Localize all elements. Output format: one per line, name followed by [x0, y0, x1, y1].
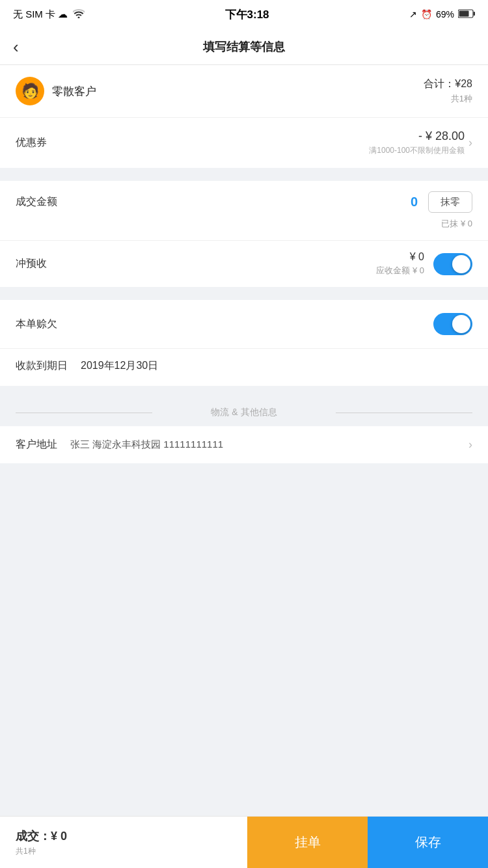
- alarm-icon: ⏰: [421, 9, 432, 20]
- debt-row: 本单赊欠: [0, 300, 488, 348]
- transaction-section: 成交金额 0 抹零 已抹 ¥ 0 冲预收 ¥ 0 应收金额 ¥ 0: [0, 181, 488, 287]
- address-section: 客户地址 张三 海淀永丰科技园 11111111111 ›: [0, 426, 488, 463]
- battery-icon: [458, 9, 475, 20]
- address-chevron-icon: ›: [468, 438, 472, 452]
- customer-name: 零散客户: [52, 84, 96, 99]
- address-label: 客户地址: [16, 438, 57, 452]
- round-zero-button[interactable]: 抹零: [428, 191, 472, 213]
- avatar-icon: 🧑: [21, 83, 39, 100]
- page-title: 填写结算等信息: [203, 39, 285, 55]
- coupon-discount: - ¥ 28.00: [369, 129, 465, 143]
- logistics-label: 物流 & 其他信息: [211, 407, 277, 417]
- back-button[interactable]: ‹: [13, 38, 19, 55]
- transaction-row: 成交金额 0 抹零: [0, 181, 488, 218]
- offset-main-amount: ¥ 0: [376, 251, 424, 263]
- coupon-row[interactable]: 优惠券 - ¥ 28.00 满1000-100不限制使用金额 ›: [0, 117, 488, 168]
- offset-label: 冲预收: [16, 257, 47, 271]
- status-right: ↗ ⏰ 69%: [409, 9, 475, 20]
- customer-right: 合计：¥28 共1种: [424, 77, 472, 105]
- customer-avatar: 🧑: [16, 77, 44, 105]
- date-value: 2019年12月30日: [81, 359, 158, 373]
- bottom-footer: 成交：¥ 0 共1种 挂单 保存: [0, 816, 488, 868]
- footer-info: 成交：¥ 0 共1种: [0, 828, 247, 857]
- date-label: 收款到期日: [16, 359, 68, 373]
- coupon-label: 优惠券: [16, 136, 47, 150]
- customer-section: 🧑 零散客户 合计：¥28 共1种 优惠券 - ¥ 28.00 满1000-10…: [0, 65, 488, 168]
- pending-button[interactable]: 挂单: [247, 817, 368, 869]
- debt-toggle[interactable]: [433, 313, 472, 335]
- date-row[interactable]: 收款到期日 2019年12月30日: [0, 348, 488, 386]
- footer-deal: 成交：¥ 0: [16, 828, 232, 844]
- total-count: 共1种: [424, 93, 472, 105]
- save-button[interactable]: 保存: [368, 817, 488, 869]
- wifi-icon: [73, 9, 85, 20]
- footer-deal-label: 成交：: [16, 830, 51, 843]
- offset-row: 冲预收 ¥ 0 应收金额 ¥ 0: [0, 240, 488, 287]
- transaction-label: 成交金额: [16, 195, 57, 209]
- coupon-chevron-icon: ›: [468, 136, 472, 150]
- coupon-desc: 满1000-100不限制使用金额: [369, 145, 465, 156]
- customer-left: 🧑 零散客户: [16, 77, 96, 105]
- divider-1: [0, 174, 488, 181]
- address-value: 张三 海淀永丰科技园 11111111111: [70, 439, 455, 451]
- total-amount: 合计：¥28: [424, 77, 472, 91]
- empty-space: [0, 470, 488, 600]
- status-time: 下午3:18: [225, 7, 269, 22]
- debt-section: 本单赊欠 收款到期日 2019年12月30日: [0, 300, 488, 386]
- offset-toggle-knob: [452, 255, 470, 273]
- status-left: 无 SIM 卡 ☁: [13, 8, 85, 21]
- svg-rect-2: [459, 10, 468, 16]
- footer-count: 共1种: [16, 846, 232, 857]
- transaction-value: 0: [411, 195, 418, 210]
- footer-deal-amount: ¥ 0: [51, 830, 67, 843]
- coupon-right: - ¥ 28.00 满1000-100不限制使用金额 ›: [369, 129, 472, 156]
- offset-amounts: ¥ 0 应收金额 ¥ 0: [376, 251, 424, 277]
- battery-label: 69%: [436, 9, 454, 20]
- logistics-header: 物流 & 其他信息: [0, 399, 488, 426]
- no-sim-label: 无 SIM 卡 ☁: [13, 8, 68, 21]
- location-icon: ↗: [409, 9, 417, 20]
- offset-sub-amount: 应收金额 ¥ 0: [376, 265, 424, 277]
- nav-bar: ‹ 填写结算等信息: [0, 29, 488, 65]
- debt-toggle-knob: [452, 315, 470, 333]
- customer-row: 🧑 零散客户 合计：¥28 共1种: [0, 65, 488, 117]
- status-bar: 无 SIM 卡 ☁ 下午3:18 ↗ ⏰ 69%: [0, 0, 488, 29]
- address-row[interactable]: 客户地址 张三 海淀永丰科技园 11111111111 ›: [0, 426, 488, 463]
- divider-2: [0, 293, 488, 300]
- offset-toggle[interactable]: [433, 253, 472, 275]
- debt-label: 本单赊欠: [16, 318, 57, 331]
- offset-right: ¥ 0 应收金额 ¥ 0: [376, 251, 472, 277]
- svg-rect-1: [473, 12, 475, 16]
- transaction-sub: 已抹 ¥ 0: [0, 218, 488, 240]
- divider-3: [0, 392, 488, 399]
